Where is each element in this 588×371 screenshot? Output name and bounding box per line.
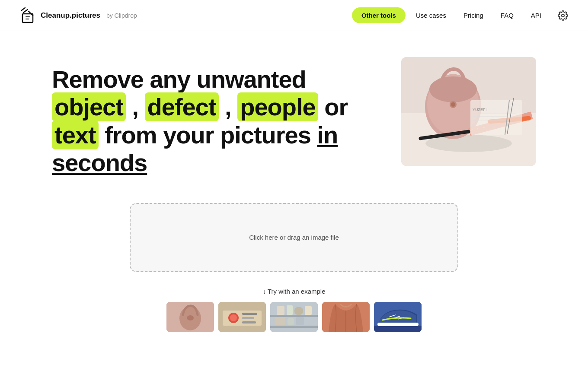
hero-image: YUZEF I: [401, 57, 536, 166]
thumb-1-image: [166, 302, 214, 332]
svg-rect-42: [294, 307, 303, 315]
api-link[interactable]: API: [524, 8, 548, 22]
brand-name: Cleanup.pictures: [41, 11, 100, 20]
svg-point-33: [230, 314, 237, 321]
try-example-text: ↓ Try with an example: [262, 288, 325, 295]
thumb-2-image: [218, 302, 266, 332]
highlight-object: object: [52, 92, 126, 121]
svg-rect-46: [296, 317, 304, 325]
example-thumb-1[interactable]: [166, 302, 214, 332]
svg-rect-49: [374, 326, 422, 332]
svg-line-1: [23, 10, 28, 13]
logo-icon: [17, 6, 36, 25]
upload-placeholder: Click here or drag an image file: [249, 234, 339, 241]
example-thumb-3[interactable]: [270, 302, 318, 332]
svg-rect-44: [275, 317, 285, 325]
pricing-link[interactable]: Pricing: [457, 8, 490, 22]
highlight-people: people: [237, 92, 318, 121]
svg-point-11: [429, 76, 477, 102]
svg-point-5: [562, 14, 564, 17]
svg-rect-2: [22, 14, 33, 22]
svg-point-29: [187, 315, 194, 320]
navbar: Cleanup.pictures by Clipdrop Other tools…: [0, 0, 588, 31]
faq-link[interactable]: FAQ: [494, 8, 521, 22]
comma2: ,: [219, 93, 238, 120]
svg-rect-43: [305, 306, 312, 315]
nav-links: Other tools Use cases Pricing FAQ API: [352, 7, 571, 23]
svg-rect-41: [287, 305, 293, 315]
use-cases-link[interactable]: Use cases: [409, 8, 453, 22]
hero-heading: Remove any unwanted object , defect , pe…: [52, 66, 363, 177]
svg-rect-40: [277, 306, 284, 315]
settings-button[interactable]: [555, 8, 571, 23]
from-text: from your pictures: [99, 121, 317, 149]
main-content: Remove any unwanted object , defect , pe…: [0, 31, 588, 332]
logo-link[interactable]: Cleanup.pictures by Clipdrop: [17, 6, 137, 25]
svg-rect-20: [470, 100, 522, 135]
svg-rect-50: [377, 323, 419, 326]
example-thumb-2[interactable]: [218, 302, 266, 332]
highlight-text: text: [52, 120, 99, 149]
hero-section: Remove any unwanted object , defect , pe…: [35, 57, 553, 177]
example-thumb-4[interactable]: [322, 302, 370, 332]
thumb-5-image: [374, 302, 422, 332]
svg-line-0: [22, 8, 25, 10]
or-text: or: [318, 93, 348, 120]
other-tools-button[interactable]: Other tools: [352, 7, 406, 23]
comma1: ,: [126, 93, 145, 120]
svg-point-13: [451, 102, 455, 107]
try-example-label: ↓ Try with an example: [262, 288, 325, 295]
gear-icon: [558, 10, 568, 21]
svg-rect-35: [242, 317, 254, 319]
thumb-3-image: [270, 302, 318, 332]
heading-part1: Remove any unwanted: [52, 66, 306, 93]
brand-by: by Clipdrop: [106, 12, 137, 19]
svg-rect-36: [242, 321, 256, 323]
highlight-defect: defect: [145, 92, 219, 121]
upload-section: Click here or drag an image file: [130, 203, 458, 272]
svg-rect-38: [270, 315, 318, 317]
svg-text:YUZEF I: YUZEF I: [473, 108, 488, 112]
hero-image-svg: YUZEF I: [401, 57, 536, 166]
example-thumb-5[interactable]: [374, 302, 422, 332]
hero-text: Remove any unwanted object , defect , pe…: [52, 57, 363, 177]
svg-rect-45: [288, 318, 294, 325]
example-thumbnails: [166, 302, 422, 332]
upload-dropzone[interactable]: Click here or drag an image file: [130, 203, 458, 272]
svg-rect-39: [270, 326, 318, 328]
thumb-4-image: [322, 302, 370, 332]
svg-rect-34: [242, 313, 257, 315]
examples-section: ↓ Try with an example: [130, 288, 458, 332]
